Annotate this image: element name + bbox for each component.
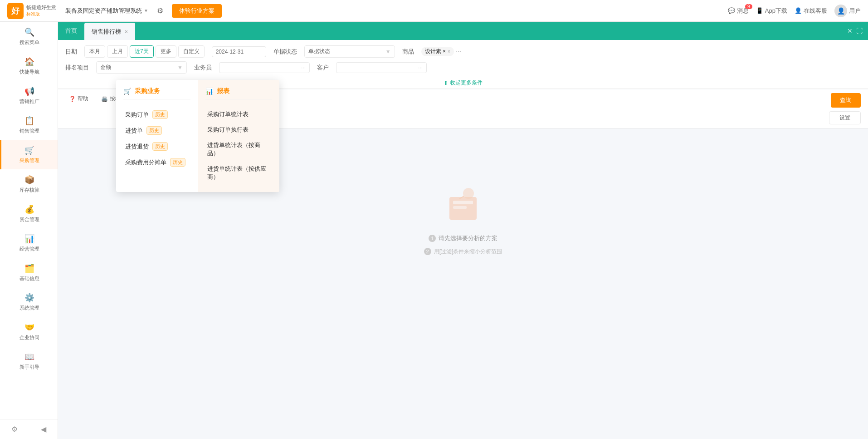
online-service-action[interactable]: 👤 在线客服: [795, 7, 827, 15]
logo-text-area: 畅捷通好生意 标准版: [26, 4, 56, 17]
sidebar-label-sales: 销售管理: [20, 128, 39, 134]
user-action[interactable]: 👤 用户: [834, 5, 861, 17]
set-button[interactable]: 设置: [829, 111, 861, 124]
menu-item-expense[interactable]: 采购费用分摊单 历史: [123, 154, 190, 170]
menu-item-receipt[interactable]: 进货单 历史: [123, 123, 190, 138]
system-title-dropdown[interactable]: 装备及固定资产辅助管理系统 ▼: [62, 7, 148, 15]
salesman-input[interactable]: ···: [219, 62, 310, 73]
operation-icon: 📊: [24, 234, 34, 244]
app-download-action[interactable]: 📱 App下载: [756, 7, 787, 15]
doc-status-select[interactable]: 单据状态 ▼: [304, 45, 395, 58]
main-layout: 🔍 搜索菜单 🏠 快捷导航 📢 营销推广 📋 销售管理 🛒 采购管理 📦: [0, 22, 868, 439]
date-btn-thismonth[interactable]: 本月: [84, 45, 105, 58]
date-btn-lastmonth[interactable]: 上月: [107, 45, 128, 58]
message-icon: 💬: [728, 7, 735, 14]
service-icon: 👤: [795, 7, 802, 14]
title-dropdown-arrow: ▼: [144, 8, 148, 13]
sidebar-collapse-btn[interactable]: ◀: [41, 425, 46, 434]
help-label: 帮助: [78, 95, 88, 103]
rank-item-select[interactable]: 金额 ▼: [96, 61, 187, 74]
sidebar-label-system: 系统管理: [20, 305, 39, 311]
goods-tag-remove[interactable]: ×: [448, 49, 450, 54]
sidebar-item-enterprise[interactable]: 🤝 企业协同: [0, 317, 58, 346]
hint2-num: 2: [424, 248, 431, 255]
filter-row-2: 排名项目 金额 ▼ 业务员 ··· 客户 ···: [65, 61, 861, 74]
tab-close-icon[interactable]: ×: [125, 29, 128, 35]
help-icon: ❓: [69, 96, 76, 102]
settings-button[interactable]: ⚙: [154, 5, 166, 17]
date-btn-more[interactable]: 更多: [156, 45, 176, 58]
sidebar-label-marketing: 营销推广: [20, 98, 39, 105]
customer-input[interactable]: ···: [336, 62, 427, 73]
tab-bar-close-btn[interactable]: ✕: [847, 27, 853, 35]
tab-home[interactable]: 首页: [58, 22, 84, 40]
menu-item-receipt-history[interactable]: 历史: [146, 126, 162, 135]
goods-dots[interactable]: ···: [456, 48, 462, 56]
menu-item-po-history[interactable]: 历史: [152, 110, 168, 119]
menu-item-po[interactable]: 采购订单 历史: [123, 107, 190, 123]
hint2-text: 用[过滤]条件来缩小分析范围: [434, 248, 502, 256]
sidebar-item-finance[interactable]: 💰 资金管理: [0, 199, 58, 228]
salesman-arrow: ···: [301, 64, 306, 71]
print-icon: 🖨️: [101, 96, 108, 102]
top-bar-right: 💬 消息 9 📱 App下载 👤 在线客服 👤 用户: [728, 5, 861, 17]
menu-item-receipt-label: 进货单: [125, 127, 143, 135]
sidebar-item-inventory[interactable]: 📦 库存核算: [0, 169, 58, 199]
menu-item-expense-history[interactable]: 历史: [170, 158, 185, 167]
menu-item-return[interactable]: 进货退货 历史: [123, 138, 190, 154]
purchase-icon: 🛒: [24, 145, 34, 155]
sidebar: 🔍 搜索菜单 🏠 快捷导航 📢 营销推广 📋 销售管理 🛒 采购管理 📦: [0, 22, 58, 439]
sidebar-settings-btn[interactable]: ⚙: [11, 425, 18, 434]
tab-bar-actions: ✕ ⛶: [847, 27, 868, 35]
sidebar-label-operation: 经营管理: [20, 246, 39, 252]
sidebar-label-enterprise: 企业协同: [20, 334, 39, 341]
empty-hint-2: 2 用[过滤]条件来缩小分析范围: [424, 248, 502, 256]
empty-illustration: [440, 183, 486, 229]
sidebar-item-marketing[interactable]: 📢 营销推广: [0, 81, 58, 110]
phone-icon: 📱: [756, 7, 763, 14]
date-btn-7days[interactable]: 近7天: [130, 45, 154, 58]
top-bar: 好 畅捷通好生意 标准版 装备及固定资产辅助管理系统 ▼ ⚙ 体验行业方案 💬 …: [0, 0, 868, 22]
logo-main-text: 畅捷通好生意: [26, 4, 56, 10]
sidebar-item-newbie[interactable]: 📖 新手引导: [0, 346, 58, 376]
rank-item-value: 金额: [100, 64, 111, 71]
sidebar-item-basic[interactable]: 🗂️ 基础信息: [0, 258, 58, 287]
menu-item-return-history[interactable]: 历史: [152, 142, 168, 151]
sidebar-item-purchase[interactable]: 🛒 采购管理: [0, 140, 58, 169]
menu-item-po-stat[interactable]: 采购订单统计表: [205, 107, 273, 122]
sidebar-item-operation[interactable]: 📊 经营管理: [0, 228, 58, 258]
finance-icon: 💰: [24, 204, 34, 214]
search-icon: 🔍: [24, 27, 34, 37]
system-icon: ⚙️: [24, 293, 34, 303]
sales-icon: 📋: [24, 116, 34, 126]
message-action[interactable]: 💬 消息 9: [728, 7, 749, 15]
doc-status-label: 单据状态: [273, 48, 297, 56]
logo-area[interactable]: 好 畅捷通好生意 标准版: [7, 3, 56, 19]
system-title: 装备及固定资产辅助管理系统: [65, 7, 142, 15]
avatar: 👤: [834, 5, 847, 17]
empty-hint-1: 1 请先选择要分析的方案: [429, 234, 497, 242]
user-label: 用户: [849, 7, 861, 15]
sidebar-label-basic: 基础信息: [20, 275, 39, 282]
date-btn-custom[interactable]: 自定义: [178, 45, 205, 58]
app-container: 好 畅捷通好生意 标准版 装备及固定资产辅助管理系统 ▼ ⚙ 体验行业方案 💬 …: [0, 0, 868, 439]
logo-badge: 标准版: [26, 11, 56, 17]
inventory-icon: 📦: [24, 175, 34, 185]
help-btn[interactable]: ❓ 帮助: [65, 93, 92, 104]
sidebar-item-system[interactable]: ⚙️ 系统管理: [0, 287, 58, 317]
menu-item-receipt-stat-goods[interactable]: 进货单统计表（按商品）: [205, 138, 273, 161]
tab-sales-rank[interactable]: 销售排行榜 ×: [84, 23, 135, 41]
sidebar-item-sales[interactable]: 📋 销售管理: [0, 110, 58, 140]
menu-item-receipt-stat-supplier[interactable]: 进货单统计表（按供应商）: [205, 161, 273, 185]
query-button[interactable]: 查询: [831, 93, 861, 108]
menu-item-po-exec[interactable]: 采购订单执行表: [205, 122, 273, 138]
industry-button[interactable]: 体验行业方案: [172, 4, 222, 18]
sidebar-item-search[interactable]: 🔍 搜索菜单: [0, 22, 58, 51]
action-right: 查询 设置: [829, 93, 861, 124]
tab-bar-expand-btn[interactable]: ⛶: [856, 27, 863, 35]
date-range-input[interactable]: 2024-12-31: [212, 46, 266, 57]
home-icon: 🏠: [24, 57, 34, 67]
sidebar-item-quicknav[interactable]: 🏠 快捷导航: [0, 51, 58, 81]
content-area: 首页 销售排行榜 × ✕ ⛶ 日期: [58, 22, 868, 439]
reports-label: 报表: [217, 87, 229, 95]
